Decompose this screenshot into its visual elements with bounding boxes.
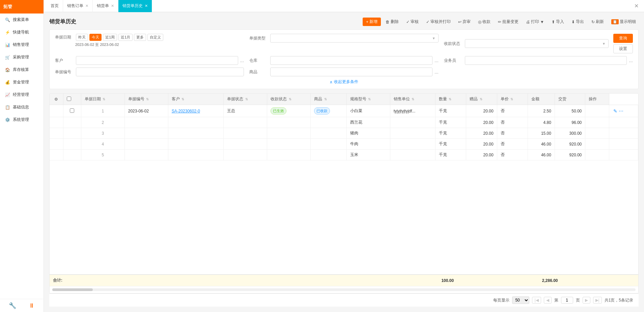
- td-qty: 20.00: [466, 150, 497, 160]
- more-action-btn[interactable]: ⋯: [619, 108, 623, 114]
- customer-input[interactable]: [76, 56, 238, 65]
- payment-status-select[interactable]: ▼: [465, 39, 609, 48]
- batch-change-button[interactable]: ✏ 批量变更: [495, 18, 521, 26]
- tab-sales-history[interactable]: 销货单历史 ✕: [118, 0, 152, 12]
- doc-type-chevron: ▼: [432, 36, 436, 40]
- select-all-checkbox[interactable]: [67, 97, 71, 101]
- customer-ellipsis[interactable]: ...: [240, 58, 244, 63]
- tab-sales-order[interactable]: 销售订单 ✕: [63, 0, 93, 12]
- yesterday-btn[interactable]: 昨天: [76, 34, 88, 41]
- next-page-btn[interactable]: ▶: [583, 297, 590, 304]
- footer-label: 合计:: [53, 278, 70, 283]
- sidebar-settings-btn[interactable]: 🔧: [9, 302, 16, 309]
- th-customer: 客户 ⇅: [168, 94, 224, 105]
- gift-sort-icon[interactable]: ⇅: [480, 97, 482, 101]
- sidebar-item-quick-nav[interactable]: ⚡ 快捷导航: [0, 26, 44, 38]
- print-button[interactable]: 🖨 打印 ▼: [523, 18, 547, 26]
- import-button[interactable]: ⬆ 导入: [549, 18, 567, 26]
- export-button[interactable]: ⬇ 导出: [569, 18, 587, 26]
- goods-label: 商品: [249, 69, 268, 75]
- th-checkbox: [63, 94, 81, 105]
- sidebar-item-basic-info[interactable]: 📋 基础信息: [0, 101, 44, 113]
- warehouse-filter: 仓库 ...: [249, 56, 438, 65]
- td-gift: 否: [497, 117, 528, 128]
- payment-status-badge: 已收款: [314, 107, 330, 114]
- purchase-icon: 🛒: [5, 55, 10, 60]
- goods-input[interactable]: [270, 68, 432, 76]
- th-settings[interactable]: ⚙: [50, 94, 63, 105]
- sidebar-item-purchase-mgmt[interactable]: 🛒 采购管理: [0, 51, 44, 63]
- customer-sort-icon[interactable]: ⇅: [181, 97, 184, 101]
- last1m-btn[interactable]: 近1月: [118, 34, 133, 41]
- print-dropdown-icon: ▼: [540, 20, 544, 24]
- tab-sales-history-close[interactable]: ✕: [145, 4, 148, 8]
- audit-print-button[interactable]: ✓ 审核并打印: [423, 18, 453, 26]
- tab-sales-goods-close[interactable]: ✕: [111, 4, 114, 8]
- sidebar-item-fund-mgmt[interactable]: 💰 资金管理: [0, 76, 44, 88]
- payment-status-label: 收款状态: [444, 41, 463, 47]
- td-customer: 王总: [224, 105, 267, 117]
- staff-input[interactable]: [465, 56, 627, 65]
- spec-sort-icon[interactable]: ⇅: [368, 97, 371, 101]
- sidebar-item-sales-mgmt[interactable]: 📊 销售管理: [0, 38, 44, 51]
- doc-status-sort-icon[interactable]: ⇅: [245, 97, 248, 101]
- sidebar-item-system-mgmt[interactable]: ⚙️ 系统管理: [0, 113, 44, 126]
- td-price: 15.00: [528, 128, 555, 139]
- abandon-button[interactable]: ↩ 弃审: [455, 18, 473, 26]
- goods-sort-icon[interactable]: ⇅: [324, 97, 327, 101]
- sidebar-pause-btn[interactable]: ⏸: [29, 302, 35, 309]
- goods-ellipsis[interactable]: ...: [435, 69, 439, 75]
- refresh-button[interactable]: ↻ 刷新: [589, 18, 607, 26]
- sidebar-item-inventory-calc[interactable]: 🏠 库存核算: [0, 63, 44, 76]
- filter-settings-button[interactable]: 设置: [613, 44, 633, 53]
- td-goods: 玉米: [346, 150, 390, 160]
- tab-home[interactable]: 首页: [47, 0, 63, 12]
- td-price: 46.00: [528, 150, 555, 160]
- table-body: 1 2023-06-02 SA-20230602-0 王总 已生效 已收款 小白…: [50, 105, 638, 160]
- row-checkbox[interactable]: [70, 108, 74, 113]
- doc-type-select[interactable]: ▼: [270, 34, 438, 43]
- payment-status-sort-icon[interactable]: ⇅: [289, 97, 291, 101]
- query-button[interactable]: 查询: [613, 34, 633, 43]
- sidebar-item-business-mgmt[interactable]: 📈 经营管理: [0, 88, 44, 101]
- doc-no-link[interactable]: SA-20230602-0: [172, 109, 200, 113]
- td-doc-date: [124, 117, 168, 128]
- sidebar-item-search-menu[interactable]: 🔍 搜索菜单: [0, 14, 44, 26]
- tab-sales-order-close[interactable]: ✕: [85, 4, 88, 8]
- collapse-filter-btn[interactable]: ∧ 收起更多条件: [55, 79, 633, 85]
- td-qty: 20.00: [466, 117, 497, 128]
- page-number-input[interactable]: [561, 297, 573, 304]
- doc-no-sort-icon[interactable]: ⇅: [146, 97, 149, 101]
- edit-action-btn[interactable]: ✎: [613, 108, 617, 114]
- warehouse-input[interactable]: [270, 56, 432, 65]
- more-date-btn[interactable]: 更多: [134, 34, 146, 41]
- tab-sales-goods[interactable]: 销货单 ✕: [93, 0, 118, 12]
- warehouse-ellipsis[interactable]: ...: [435, 58, 439, 63]
- first-page-btn[interactable]: |◀: [532, 297, 541, 304]
- prev-page-btn[interactable]: ◀: [544, 297, 552, 304]
- window-close-btn[interactable]: ✕: [632, 3, 641, 9]
- last-page-btn[interactable]: ▶|: [593, 297, 602, 304]
- add-button[interactable]: + 新增: [363, 18, 381, 26]
- data-table: ⚙ 单据日期 ⇅ 单据编号 ⇅ 客户: [50, 94, 638, 160]
- per-page-select[interactable]: 50 20 100: [512, 296, 529, 304]
- last7-btn[interactable]: 近1周: [103, 34, 117, 41]
- td-amount: 50.00: [555, 105, 585, 117]
- show-detail-button[interactable]: 📋 显示明细: [609, 18, 639, 26]
- collect-button[interactable]: ◎ 收款: [475, 18, 493, 26]
- td-payment-status: [311, 139, 347, 150]
- table-footer: 合计: 100.00 2,286.00: [50, 274, 638, 286]
- pagination-bar: 每页显示 50 20 100 |◀ ◀ 第 页 ▶ ▶| 共1页，5条记录: [49, 293, 639, 307]
- staff-ellipsis[interactable]: ...: [629, 58, 633, 63]
- horizontal-scrollbar[interactable]: [50, 286, 638, 293]
- custom-date-btn[interactable]: 自定义: [147, 34, 163, 41]
- qty-sort-icon[interactable]: ⇅: [449, 97, 451, 101]
- doc-date-sort-icon[interactable]: ⇅: [103, 97, 105, 101]
- unit-sort-icon[interactable]: ⇅: [412, 97, 414, 101]
- audit-button[interactable]: ✓ 审核: [403, 18, 421, 26]
- delete-button[interactable]: 🗑 删除: [383, 18, 401, 26]
- th-doc-date: 单据日期 ⇅: [81, 94, 124, 105]
- today-btn[interactable]: 今天: [89, 34, 102, 41]
- doc-no-input[interactable]: [76, 68, 244, 76]
- price-sort-icon[interactable]: ⇅: [510, 97, 513, 101]
